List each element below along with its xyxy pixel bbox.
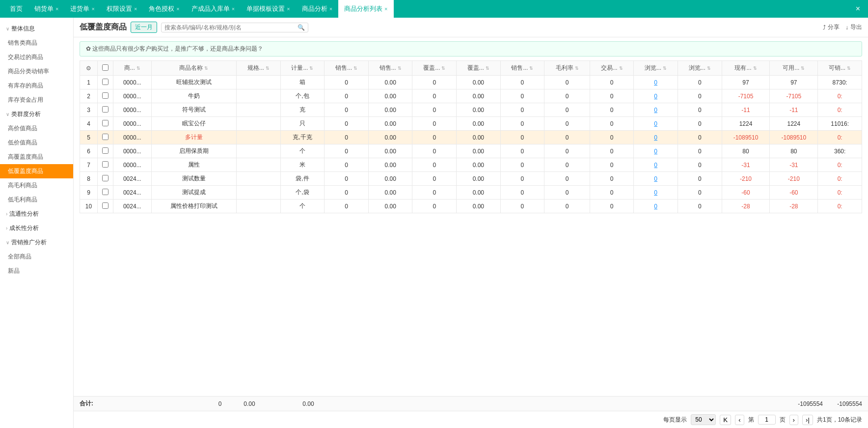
col-code-header[interactable]: 商...⇅ xyxy=(113,61,152,76)
sidebar: ∨ 整体信息 销售类商品 交易过的商品 商品分类动销率 有库存的商品 库存资金占… xyxy=(0,18,74,428)
sidebar-item-low-margin[interactable]: 低毛利商品 xyxy=(0,193,73,207)
nav-close-warehouse[interactable]: × xyxy=(232,0,235,18)
sidebar-item-low-value[interactable]: 低价值商品 xyxy=(0,136,73,150)
first-page-btn[interactable]: K xyxy=(720,415,731,425)
nav-close-template[interactable]: × xyxy=(287,0,290,18)
row-browse2: 0 xyxy=(678,200,722,213)
select-all-checkbox[interactable] xyxy=(102,64,108,71)
sidebar-group-marketing-header[interactable]: ∨ 营销推广分析 xyxy=(0,235,73,250)
row-available: -7105 xyxy=(770,89,818,103)
sidebar-item-stock-capital[interactable]: 库存资金占用 xyxy=(0,93,73,107)
col-spec-header[interactable]: 规格...⇅ xyxy=(237,61,281,76)
col-available-header[interactable]: 可用...⇅ xyxy=(770,61,818,76)
row-gross: 0 xyxy=(544,186,590,200)
browse1-link[interactable]: 0 xyxy=(654,120,657,127)
sidebar-item-category-rate[interactable]: 商品分类动销率 xyxy=(0,64,73,79)
chevron-right-icon: › xyxy=(6,211,7,217)
browse1-link[interactable]: 0 xyxy=(654,93,657,100)
row-available: 80 xyxy=(770,144,818,158)
col-sellable-label: 可销... xyxy=(829,64,845,72)
nav-close-purchase[interactable]: × xyxy=(91,0,94,18)
nav-role-auth[interactable]: 角色授权 × xyxy=(143,0,185,18)
nav-home[interactable]: 首页 xyxy=(4,0,28,18)
row-cover1: 0 xyxy=(412,131,457,144)
col-browse2-header[interactable]: 浏览...⇅ xyxy=(678,61,722,76)
col-cover2-header[interactable]: 覆盖...⇅ xyxy=(457,61,501,76)
prev-page-btn[interactable]: ‹ xyxy=(735,415,744,425)
nav-close-analysis-list[interactable]: × xyxy=(384,0,387,18)
col-name-header[interactable]: 商品名称⇅ xyxy=(151,61,236,76)
page-number-input[interactable] xyxy=(758,415,776,425)
sidebar-item-traded-products[interactable]: 交易过的商品 xyxy=(0,50,73,64)
sidebar-item-low-coverage[interactable]: 低覆盖度商品 xyxy=(0,164,73,178)
nav-close-analysis[interactable]: × xyxy=(329,0,332,18)
col-sales2-header[interactable]: 销售...⇅ xyxy=(368,61,412,76)
browse1-link[interactable]: 0 xyxy=(654,203,657,210)
share-button[interactable]: ⤴ 分享 xyxy=(823,23,840,31)
browse1-link[interactable]: 0 xyxy=(654,175,657,182)
nav-product-analysis[interactable]: 商品分析 × xyxy=(296,0,338,18)
nav-close-sales[interactable]: × xyxy=(55,0,58,18)
nav-purchase-order[interactable]: 进货单 × xyxy=(64,0,100,18)
col-trade-header[interactable]: 交易...⇅ xyxy=(590,61,634,76)
browse1-link[interactable]: 0 xyxy=(654,107,657,114)
sidebar-item-all-products[interactable]: 全部商品 xyxy=(0,250,73,264)
col-sellable-header[interactable]: 可销...⇅ xyxy=(818,61,862,76)
row-current: -210 xyxy=(722,172,770,186)
browse1-link[interactable]: 0 xyxy=(654,189,657,196)
sidebar-item-sales-products[interactable]: 销售类商品 xyxy=(0,36,73,50)
sidebar-item-in-stock[interactable]: 有库存的商品 xyxy=(0,79,73,93)
table-row: 50000...多计量克,千克00.0000.0000000-1089510-1… xyxy=(80,131,862,144)
row-browse1: 0 xyxy=(634,117,678,131)
nav-close-permissions[interactable]: × xyxy=(134,0,137,18)
browse1-link[interactable]: 0 xyxy=(654,134,657,141)
browse1-link[interactable]: 0 xyxy=(654,79,657,86)
row-cover1: 0 xyxy=(412,76,457,89)
search-input[interactable] xyxy=(164,24,296,31)
sidebar-item-high-margin[interactable]: 高毛利商品 xyxy=(0,178,73,193)
col-current-header[interactable]: 现有...⇅ xyxy=(722,61,770,76)
nav-close-role[interactable]: × xyxy=(176,0,179,18)
filter-button[interactable]: 近一月 xyxy=(131,22,157,33)
nav-close-all[interactable]: × xyxy=(852,4,864,13)
row-trade: 0 xyxy=(590,144,634,158)
col-gross-header[interactable]: 毛利率⇅ xyxy=(544,61,590,76)
sidebar-group-liquidity-header[interactable]: › 流通性分析 xyxy=(0,207,73,221)
col-sales1-header[interactable]: 销售...⇅ xyxy=(325,61,369,76)
row-sales2: 0.00 xyxy=(368,103,412,117)
nav-product-analysis-list[interactable]: 商品分析列表 × xyxy=(338,0,393,18)
main-layout: ∨ 整体信息 销售类商品 交易过的商品 商品分类动销率 有库存的商品 库存资金占… xyxy=(0,18,868,428)
col-cover1-header[interactable]: 覆盖...⇅ xyxy=(412,61,457,76)
row-browse2: 0 xyxy=(678,117,722,131)
search-icon[interactable]: 🔍 xyxy=(298,24,305,31)
sidebar-item-high-coverage[interactable]: 高覆盖度商品 xyxy=(0,150,73,164)
last-page-btn[interactable]: ›| xyxy=(802,415,813,425)
row-unit: 米 xyxy=(280,158,325,172)
col-salesx-header[interactable]: 销售...⇅ xyxy=(500,61,544,76)
export-button[interactable]: ↓ 导出 xyxy=(845,23,862,31)
sidebar-item-new-products[interactable]: 新品 xyxy=(0,264,73,278)
nav-sales-order[interactable]: 销货单 × xyxy=(28,0,64,18)
nav-template-settings[interactable]: 单据模板设置 × xyxy=(241,0,296,18)
row-sales1: 0 xyxy=(325,158,369,172)
row-cover1: 0 xyxy=(412,103,457,117)
col-browse1-header[interactable]: 浏览...⇅ xyxy=(634,61,678,76)
row-salesx: 0 xyxy=(500,117,544,131)
row-sellable: 0: xyxy=(818,131,862,144)
sidebar-group-growth-header[interactable]: › 成长性分析 xyxy=(0,221,73,235)
col-unit-header[interactable]: 计量...⇅ xyxy=(280,61,325,76)
browse1-link[interactable]: 0 xyxy=(654,148,657,155)
next-page-btn[interactable]: › xyxy=(789,415,798,425)
column-settings-icon[interactable]: ⚙ xyxy=(86,65,91,72)
row-spec xyxy=(237,76,281,89)
col-sales1-label: 销售... xyxy=(335,64,352,72)
browse1-link[interactable]: 0 xyxy=(654,162,657,169)
page-size-select[interactable]: 50 100 200 xyxy=(691,414,716,425)
row-sales1: 0 xyxy=(325,186,369,200)
nav-permissions[interactable]: 权限设置 × xyxy=(101,0,143,18)
sidebar-item-high-value[interactable]: 高价值商品 xyxy=(0,121,73,136)
sidebar-group-overall-header[interactable]: ∨ 整体信息 xyxy=(0,22,73,36)
sort-icon-10: ⇅ xyxy=(575,66,579,71)
nav-product-warehouse[interactable]: 产成品入库单 × xyxy=(186,0,241,18)
sidebar-group-cluster-header[interactable]: ∨ 类群度分析 xyxy=(0,107,73,121)
